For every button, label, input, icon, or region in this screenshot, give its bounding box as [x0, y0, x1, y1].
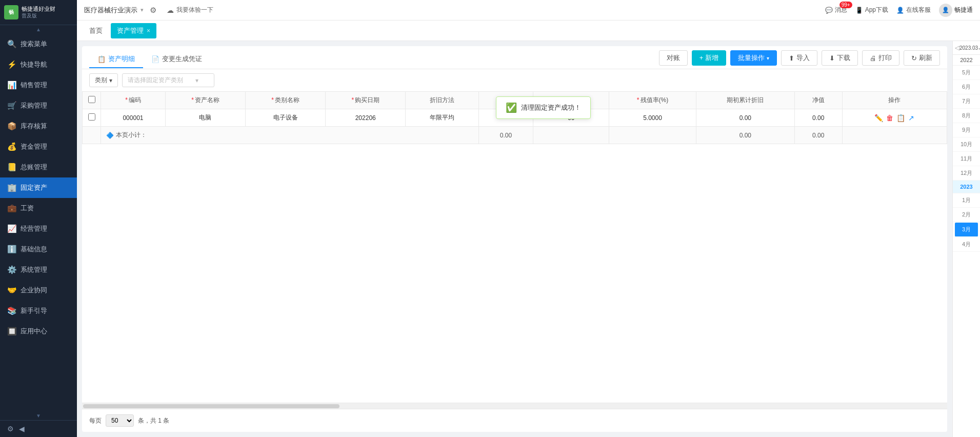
sidebar-scroll-up[interactable]: ▲: [0, 25, 77, 34]
messages-btn[interactable]: 💬 消息 99+: [825, 6, 847, 14]
copy-icon-0[interactable]: 📋: [896, 114, 905, 122]
row-checkbox-cell[interactable]: [83, 109, 101, 127]
experience-btn[interactable]: ☁ 我要体验一下: [167, 6, 213, 14]
purchase-icon: 🛒: [7, 101, 16, 110]
sidebar-item-system[interactable]: ⚙️系统管理: [0, 260, 77, 280]
timeline-list: 20225月6月7月8月9月10月11月12月20231月2月3月4月: [953, 55, 980, 437]
timeline-month-6月[interactable]: 6月: [953, 80, 980, 94]
row-checkbox-0[interactable]: [88, 113, 95, 121]
company-selector[interactable]: 医疗器械行业演示 ▾: [84, 6, 144, 15]
sidebar-item-app-center[interactable]: 🔲应用中心: [0, 321, 77, 342]
timeline-month-5月[interactable]: 5月: [953, 66, 980, 80]
batch-ops-btn[interactable]: 批量操作 ▾: [730, 50, 777, 66]
reconcile-btn[interactable]: 对账: [659, 50, 688, 66]
sidebar-bottom: ⚙ ◀: [0, 420, 77, 437]
sidebar-item-finance[interactable]: 💰资金管理: [0, 136, 77, 157]
sidebar-item-search[interactable]: 🔍搜索菜单: [0, 34, 77, 54]
sidebar-item-basic-info[interactable]: ℹ️基础信息: [0, 239, 77, 260]
timeline-month-1[interactable]: 1月: [953, 193, 980, 208]
timeline-month-2[interactable]: 2月: [953, 208, 980, 222]
sidebar-item-operations[interactable]: 📈经营管理: [0, 218, 77, 239]
print-icon: 🖨: [870, 54, 876, 62]
app-title-block: 畅捷通好业财 普及版: [22, 5, 55, 19]
per-page-label: 每页: [89, 416, 102, 425]
user-menu[interactable]: 👤 畅捷通: [939, 4, 973, 17]
sidebar-item-tutorial[interactable]: 📚新手引导: [0, 301, 77, 321]
category-filter[interactable]: 类别 ▾: [89, 73, 118, 87]
import-btn[interactable]: ⬆ 导入: [781, 50, 817, 66]
subtotal-original: 0.00: [478, 127, 533, 144]
topbar-right: 💬 消息 99+ 📱 App下载 👤 在线客服 👤 畅捷通: [825, 4, 973, 17]
online-service-btn[interactable]: 👤 在线客服: [896, 6, 931, 14]
edit-icon-0[interactable]: ✏️: [874, 114, 883, 122]
subtotal-empty-3: [609, 127, 696, 144]
sidebar-item-sales[interactable]: 📊销售管理: [0, 75, 77, 95]
table-wrapper: *编码 *资产名称 *类别名称 *购买日期 折旧方法 *原值 *期限(月) *残…: [82, 91, 947, 403]
subtotal-icon: 🔷: [106, 132, 114, 139]
app-download-label: App下载: [865, 6, 888, 14]
app-center-icon: 🔲: [7, 327, 16, 336]
sidebar-item-ledger[interactable]: 📒总账管理: [0, 157, 77, 177]
timeline-month-7月[interactable]: 7月: [953, 94, 980, 109]
sidebar-item-inventory[interactable]: 📦库存核算: [0, 116, 77, 136]
more-icon-0[interactable]: ↗: [908, 114, 914, 122]
sidebar-label-purchase: 采购管理: [21, 101, 47, 110]
timeline-month-3[interactable]: 3月: [955, 223, 978, 237]
timeline-month-12月[interactable]: 12月: [953, 166, 980, 181]
salary-icon: 💼: [7, 204, 16, 213]
delete-icon-0[interactable]: 🗑: [886, 114, 893, 122]
sidebar-scroll-down[interactable]: ▼: [0, 411, 77, 420]
timeline-month-4[interactable]: 4月: [953, 237, 980, 252]
search-icon: 🔍: [7, 39, 16, 49]
refresh-btn[interactable]: ↻ 刷新: [904, 50, 940, 66]
content-main: 📋 资产明细 📄 变更生成凭证 对账 + 新增 批量操作 ▾: [77, 41, 952, 437]
select-all-header[interactable]: [83, 92, 101, 109]
tab-asset-management[interactable]: 资产管理 ×: [111, 23, 156, 38]
sidebar-item-enterprise[interactable]: 🤝企业协同: [0, 280, 77, 301]
messages-icon: 💬: [825, 7, 833, 14]
timeline-month-9月[interactable]: 9月: [953, 123, 980, 137]
horizontal-scrollbar[interactable]: [82, 403, 947, 409]
print-btn[interactable]: 🖨 打印: [862, 50, 899, 66]
sidebar-item-fixed-assets[interactable]: 🏢固定资产: [0, 177, 77, 198]
col-code: *编码: [101, 92, 166, 109]
new-btn[interactable]: + 新增: [692, 50, 726, 66]
col-residual-rate: *残值率(%): [609, 92, 696, 109]
tab-home[interactable]: 首页: [83, 23, 109, 38]
sidebar-label-basic-info: 基础信息: [21, 245, 47, 254]
timeline-month-11月[interactable]: 11月: [953, 152, 980, 166]
timeline-toggle-icon[interactable]: ◁: [955, 44, 959, 51]
asset-category-select[interactable]: 请选择固定资产类别 ▾: [122, 73, 214, 87]
sidebar-item-purchase[interactable]: 🛒采购管理: [0, 95, 77, 116]
timeline-expand-icon[interactable]: ⤢: [978, 44, 980, 51]
change-voucher-icon: 📄: [151, 55, 159, 63]
row-actions-0: ✏️ 🗑 📋 ↗: [842, 109, 947, 127]
download-btn[interactable]: ⬇ 下载: [822, 50, 858, 66]
timeline-month-10月[interactable]: 10月: [953, 137, 980, 152]
select-all-checkbox[interactable]: [88, 96, 95, 103]
tab-close-icon[interactable]: ×: [147, 27, 150, 34]
subtotal-label-cell: 🔷 本页小计：: [101, 127, 479, 144]
basic-info-icon: ℹ️: [7, 245, 16, 254]
pagination: 每页 50 100 200 条，共 1 条: [82, 409, 947, 432]
col-depreciation-method: 折旧方法: [406, 92, 478, 109]
timeline-year-2023[interactable]: 2023: [953, 181, 980, 193]
subtotal-row: 🔷 本页小计： 0.00 0.00 0.00: [83, 127, 947, 144]
col-name: *资产名称: [165, 92, 245, 109]
category-filter-label: 类别: [95, 76, 107, 85]
sidebar-item-quick-nav[interactable]: ⚡快捷导航: [0, 54, 77, 75]
online-service-icon: 👤: [896, 7, 904, 14]
topbar-settings-icon[interactable]: ⚙: [150, 6, 156, 15]
tab-change-voucher[interactable]: 📄 变更生成凭证: [143, 51, 210, 68]
settings-icon[interactable]: ⚙: [7, 425, 14, 433]
tab-asset-list[interactable]: 📋 资产明细: [89, 51, 143, 68]
app-download-btn[interactable]: 📱 App下载: [855, 6, 888, 14]
timeline-month-8月[interactable]: 8月: [953, 109, 980, 123]
h-scrollbar-thumb[interactable]: [83, 404, 339, 408]
collapse-icon[interactable]: ◀: [19, 425, 25, 433]
per-page-select[interactable]: 50 100 200: [106, 414, 134, 427]
col-actions: 操作: [842, 92, 947, 109]
content-area: 📋 资产明细 📄 变更生成凭证 对账 + 新增 批量操作 ▾: [77, 41, 980, 437]
sidebar-item-salary[interactable]: 💼工资: [0, 198, 77, 218]
timeline-year-2022[interactable]: 2022: [953, 55, 980, 66]
